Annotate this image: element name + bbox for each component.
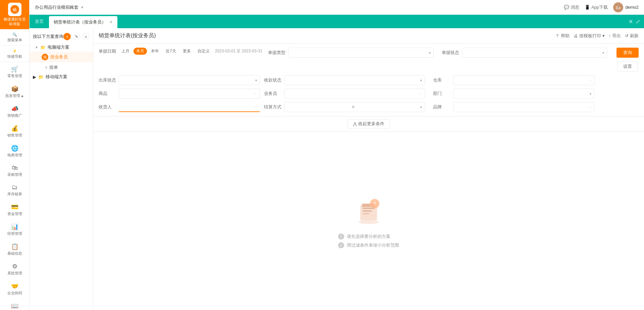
tree-mobile-expand-icon: ▶ — [33, 74, 36, 80]
topbar-left: 办公用品行业模拟账套 ▾ — [35, 4, 83, 10]
staff-label: 业务员 — [264, 91, 281, 97]
tip-1-text: 请先选择要分析的方案 — [347, 234, 390, 240]
ecom-icon: 🌐 — [11, 145, 18, 152]
empty-tip-1: 1 请先选择要分析的方案 — [338, 234, 399, 240]
print-button[interactable]: 🖨 按模板打印 ▾ — [574, 33, 605, 39]
sidebar-nav: 🛒 零售管理 📦 批发管理 ▲ 📣 营销推广 💰 销售管理 🌐 电商管理 🛍 采… — [0, 62, 29, 310]
quick-nav-item[interactable]: ⚡ 快捷导航 — [0, 46, 29, 62]
pay-status-input[interactable]: ▾ — [284, 75, 425, 85]
payment-clear-btn[interactable]: ✕ — [352, 105, 355, 109]
sidebar-logo[interactable]: 畅 畅捷通好生意 标准版 — [0, 0, 29, 29]
empty-tip-2: 2 用过滤条件来缩小分析范围 — [338, 242, 399, 248]
app-download-button[interactable]: 📱 App下载 — [585, 4, 608, 10]
date-filter: 上月 本月 本年 近7天 更多 自定义 2023-03-01 至 2023-03… — [119, 48, 264, 55]
tree-mobile[interactable]: ▶ 📁 移动端方案 — [30, 72, 93, 81]
app-title-dropdown[interactable]: ▾ — [81, 5, 83, 10]
svg-rect-9 — [363, 213, 369, 214]
sidebar-item-corp[interactable]: 🤝 企业协同 — [0, 279, 29, 299]
page-title: 销货单统计表(按业务员) — [99, 32, 156, 43]
base-label: 基础信息 — [7, 251, 22, 256]
sidebar-item-base[interactable]: 📋 基础信息 — [0, 240, 29, 259]
staff-input[interactable]: ··· — [284, 89, 425, 99]
out-status-dropdown: ▾ — [255, 79, 257, 82]
pay-status-dropdown: ▾ — [420, 79, 422, 82]
wholesale-label: 批发管理 ▲ — [5, 93, 24, 98]
close-tab-action[interactable]: ✕ — [629, 18, 633, 25]
filter-type: 单据类型 ▾ — [264, 48, 437, 58]
sidebar-item-ops[interactable]: 📊 经营管理 — [0, 220, 29, 240]
mobile-folder-icon: 📁 — [38, 74, 44, 80]
staff-dots: ··· — [419, 91, 422, 96]
type-input[interactable]: ▾ — [288, 48, 433, 58]
marketing-icon: 📣 — [11, 105, 18, 112]
tip-num-2: 2 — [338, 242, 344, 248]
left-panel-title: 按以下方案查询 — [33, 34, 63, 40]
out-status-input[interactable]: ▾ — [119, 75, 260, 85]
date-tab-custom[interactable]: 自定义 — [195, 48, 212, 55]
warehouse-dots: ··· — [588, 78, 591, 83]
edit-scheme-btn[interactable]: ✎ — [73, 33, 80, 40]
user-profile[interactable]: Ea demo2 — [613, 2, 639, 12]
collapse-icon: ⋀ — [353, 121, 357, 126]
brand-input[interactable]: ··· — [453, 102, 594, 112]
ecom-label: 电商管理 — [7, 153, 22, 158]
payment-input[interactable]: ✕ ▾ — [284, 102, 425, 112]
date-tab-last-month[interactable]: 上月 — [119, 48, 132, 55]
reset-button[interactable]: 设置 — [618, 61, 638, 72]
inventory-icon: 🗂 — [12, 184, 18, 191]
sidebar-item-marketing[interactable]: 📣 营销推广 — [0, 102, 29, 121]
sidebar-item-guide[interactable]: 📖 新手引导 — [0, 299, 29, 310]
tree-desktop[interactable]: ▼ 📁 电脑端方案 — [30, 43, 93, 52]
help-button[interactable]: ？ 帮助 — [555, 33, 570, 39]
tree-by-staff[interactable]: 按 按业务员 — [30, 52, 93, 62]
status-input[interactable]: ▾ — [462, 48, 607, 58]
expand-tab-action[interactable]: ⤢ — [636, 18, 640, 25]
tab-sales-stat[interactable]: 销货单统计表（按业务员） ✕ — [49, 16, 117, 28]
export-button[interactable]: ↑ 导出 — [609, 33, 621, 39]
left-panel: 按以下方案查询 + ✎ « ▼ 📁 电脑端方案 按 按业务员 ≡ 按单 — [30, 28, 93, 310]
sidebar-item-sales[interactable]: 💰 销售管理 — [0, 121, 29, 141]
collapse-button[interactable]: ⋀ 收起更多条件 — [347, 119, 390, 128]
dept-input[interactable]: ▾ — [453, 89, 594, 99]
page-header: 销货单统计表(按业务员) ？ 帮助 🖨 按模板打印 ▾ ↑ 导出 — [93, 28, 644, 44]
left-panel-actions: + ✎ « — [63, 33, 90, 40]
folder-icon: 📁 — [40, 45, 46, 50]
ops-label: 经营管理 — [7, 231, 22, 236]
sidebar-item-finance[interactable]: 💳 资金管理 — [0, 200, 29, 220]
sidebar-item-wholesale[interactable]: 📦 批发管理 ▲ — [0, 82, 29, 102]
status-label: 单据状态 — [442, 50, 459, 56]
warehouse-input[interactable]: ··· — [453, 75, 594, 85]
receiver-input[interactable]: ··· — [119, 102, 260, 112]
filter-area: 单据日期 上月 本月 本年 近7天 更多 自定义 — [93, 44, 644, 116]
filter-date: 单据日期 上月 本月 本年 近7天 更多 自定义 — [99, 48, 264, 55]
print-icon: 🖨 — [574, 33, 578, 38]
help-icon: ？ — [555, 33, 559, 39]
tab-close-icon[interactable]: ✕ — [109, 20, 113, 24]
date-tab-more[interactable]: 更多 — [180, 48, 194, 55]
query-button[interactable]: 查询 — [616, 48, 639, 58]
sidebar-item-system[interactable]: ⚙ 系统管理 — [0, 259, 29, 279]
date-tab-7days[interactable]: 近7天 — [163, 48, 179, 55]
filter-out-status: 出库状态 ▾ — [99, 75, 260, 85]
sidebar-item-ecom[interactable]: 🌐 电商管理 — [0, 141, 29, 161]
collapse-panel-btn[interactable]: « — [82, 33, 90, 40]
sidebar-item-purchase[interactable]: 🛍 采购管理 — [0, 161, 29, 180]
empty-tips: 1 请先选择要分析的方案 2 用过滤条件来缩小分析范围 — [338, 234, 399, 248]
goods-input[interactable]: ··· — [119, 89, 260, 99]
sidebar-item-retail[interactable]: 🛒 零售管理 — [0, 62, 29, 82]
add-scheme-btn[interactable]: + — [63, 33, 71, 40]
date-tab-this-year[interactable]: 本年 — [148, 48, 162, 55]
tab-home[interactable]: 首页 — [30, 15, 49, 28]
message-button[interactable]: 💬 消息 — [564, 4, 579, 10]
sidebar-item-inventory[interactable]: 🗂 库存核算 — [0, 180, 29, 200]
action-bar: ⋀ 收起更多条件 — [93, 116, 644, 132]
date-tab-this-month[interactable]: 本月 — [133, 48, 147, 55]
svg-text:畅: 畅 — [13, 7, 17, 12]
goods-dots: ··· — [254, 91, 257, 96]
tree-by-order[interactable]: ≡ 按单 — [30, 62, 93, 72]
refresh-button[interactable]: ↺ 刷新 — [625, 33, 639, 39]
search-label: 搜索菜单 — [7, 38, 22, 43]
svg-text:?: ? — [373, 201, 376, 206]
filter-warehouse: 仓库 ··· — [429, 75, 598, 85]
search-menu-item[interactable]: 🔍 搜索菜单 — [0, 29, 29, 46]
